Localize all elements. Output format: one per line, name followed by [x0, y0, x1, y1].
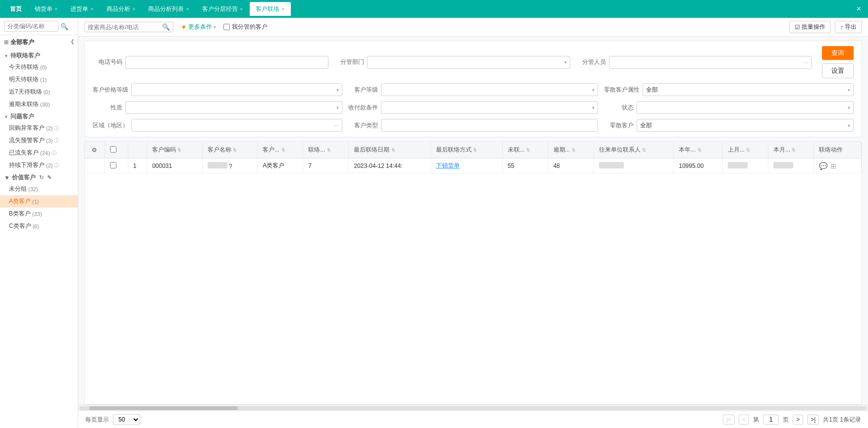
row-last-method-cell[interactable]: 下销货单 — [431, 159, 502, 173]
problem-customers-group[interactable]: ▼ 问题客户 — [0, 110, 78, 122]
lost-info-icon[interactable]: ⓘ — [52, 150, 56, 157]
dept-select[interactable]: ▾ — [367, 56, 570, 69]
select-all-checkbox[interactable] — [110, 146, 116, 153]
sidebar-item-a-class[interactable]: A类客户 (1) — [0, 195, 78, 208]
refresh-icon[interactable]: ↻ — [39, 174, 44, 181]
per-page-select[interactable]: 50 100 200 — [113, 414, 140, 425]
filter-button[interactable]: ▼ 更多条件 ▾ — [177, 21, 219, 33]
tab-customer-segment[interactable]: 客户分层经营 × — [196, 2, 249, 16]
churn-info-icon[interactable]: ⓘ — [54, 137, 59, 144]
tab-sales-label: 销货单 — [35, 5, 53, 13]
my-customer-checkbox[interactable] — [223, 24, 230, 30]
message-icon[interactable]: 💬 — [819, 162, 827, 170]
sidebar-item-ungrouped[interactable]: 未分组 (32) — [0, 183, 78, 195]
tab-purchase[interactable]: 进货单 × — [64, 2, 99, 16]
sidebar-item-week[interactable]: 近7天待联络 (0) — [0, 86, 78, 98]
sidebar-item-lost[interactable]: 已流失客户 (24) ⓘ — [0, 147, 78, 159]
last-method-link[interactable]: 下销货单 — [436, 162, 460, 169]
tab-goods-analysis-list-close[interactable]: × — [186, 6, 189, 12]
nature-select[interactable]: ▾ — [125, 101, 342, 114]
tab-purchase-close[interactable]: × — [90, 6, 93, 12]
col-last-month[interactable]: 上月... ⇅ — [722, 142, 768, 159]
retail-attr-select[interactable]: 全部 ▾ — [643, 83, 854, 96]
next-page-button[interactable]: > — [793, 415, 803, 425]
price-grade-select[interactable]: ▾ — [131, 83, 342, 96]
first-page-button[interactable]: |< — [723, 415, 735, 425]
export-button[interactable]: ↑ 导出 — [835, 21, 862, 33]
my-customer-check[interactable]: 我分管的客户 — [223, 23, 268, 31]
customer-type-label: 客户类型 — [348, 121, 378, 130]
customer-type-input[interactable] — [381, 119, 598, 132]
row-checkbox-cell[interactable] — [105, 159, 128, 173]
sidebar-item-tomorrow[interactable]: 明天待联络 (1) — [0, 73, 78, 86]
scrollbar-thumb[interactable] — [89, 406, 238, 410]
all-customers-header[interactable]: ⊞ 全部客户 《 — [0, 35, 78, 50]
col-category[interactable]: 客户... ⇅ — [258, 142, 303, 159]
toolbar-search-icon[interactable]: 🔍 — [162, 23, 170, 31]
col-this-month[interactable]: 本月... ⇅ — [768, 142, 814, 159]
declining-label: 持续下滑客户 — [9, 161, 45, 169]
ungrouped-count: (32) — [28, 186, 38, 192]
col-contact-action: 联络动作 — [814, 142, 862, 159]
row-last-date-cell: 2023-04-12 14:44: — [349, 159, 431, 173]
settings-button[interactable]: 设置 — [822, 63, 854, 78]
col-overdue[interactable]: 逾期... ⇅ — [548, 142, 594, 159]
payment-select[interactable]: ▾ — [381, 101, 598, 114]
toolbar-search-input[interactable] — [88, 24, 162, 31]
col-last-contact-method[interactable]: 最后联络方式 ⇅ — [431, 142, 502, 159]
tab-goods-analysis-label: 商品分析 — [107, 5, 130, 13]
status-select[interactable]: ▾ — [637, 101, 854, 114]
close-all-button[interactable]: × — [854, 4, 864, 13]
person-dots-icon[interactable]: ··· — [804, 59, 809, 66]
col-name[interactable]: 客户名称 ⇅ — [202, 142, 258, 159]
edit-icon[interactable]: ✎ — [47, 174, 52, 181]
tab-goods-analysis[interactable]: 商品分析 × — [101, 2, 141, 16]
repurchase-info-icon[interactable]: ⓘ — [54, 125, 59, 132]
row-checkbox[interactable] — [110, 162, 116, 168]
sidebar-search-input[interactable] — [4, 21, 58, 32]
tab-sales[interactable]: 销货单 × — [29, 2, 63, 16]
prev-page-button[interactable]: < — [739, 415, 749, 425]
declining-info-icon[interactable]: ⓘ — [54, 162, 59, 169]
tab-goods-analysis-close[interactable]: × — [132, 6, 135, 12]
sidebar-item-churn[interactable]: 流失预警客户 (3) ⓘ — [0, 134, 78, 147]
sidebar-search-icon[interactable]: 🔍 — [60, 23, 68, 30]
sidebar-item-overdue[interactable]: 逾期未联络 (30) — [0, 98, 78, 110]
sidebar-item-c-class[interactable]: C类客户 (6) — [0, 220, 78, 232]
value-customers-group[interactable]: ▼ 价值客户 ↻ ✎ — [0, 171, 78, 183]
tab-goods-analysis-list[interactable]: 商品分析列表 × — [142, 2, 195, 16]
tab-customer-contact-close[interactable]: × — [281, 6, 284, 12]
tab-customer-contact[interactable]: 客户联络 × — [250, 2, 290, 16]
col-settings[interactable]: ⚙ — [85, 142, 105, 159]
col-last-contact-date[interactable]: 最后联络日期 ⇅ — [349, 142, 431, 159]
tab-home[interactable]: 首页 — [4, 2, 28, 16]
triangle3-icon: ▼ — [4, 174, 10, 181]
tab-sales-close[interactable]: × — [54, 6, 57, 12]
person-input[interactable]: ··· — [609, 56, 812, 69]
region-input[interactable]: ··· — [131, 119, 342, 132]
phone-input[interactable] — [125, 56, 328, 69]
sidebar-item-today[interactable]: 今天待联络 (0) — [0, 61, 78, 73]
retail-select[interactable]: 全部 ▾ — [637, 119, 854, 132]
sidebar-item-declining[interactable]: 持续下滑客户 (2) ⓘ — [0, 159, 78, 171]
query-button[interactable]: 查询 — [822, 46, 854, 60]
tab-customer-segment-close[interactable]: × — [240, 6, 243, 12]
col-code[interactable]: 客户编码 ⇅ — [147, 142, 203, 159]
col-checkbox[interactable] — [105, 142, 128, 159]
batch-button[interactable]: ☑ 批量操作 — [789, 21, 831, 33]
customer-grade-select[interactable]: ▾ — [381, 83, 598, 96]
page-input[interactable] — [763, 415, 779, 425]
col-no-contact[interactable]: 未联... ⇅ — [502, 142, 548, 159]
last-page-button[interactable]: >| — [807, 415, 819, 425]
sidebar-item-b-class[interactable]: B类客户 (33) — [0, 208, 78, 220]
region-dots-icon[interactable]: ··· — [334, 122, 339, 129]
sidebar-item-repurchase[interactable]: 回购异常客户 (2) ⓘ — [0, 122, 78, 134]
sort-contact-icon: ⇅ — [327, 148, 331, 153]
horizontal-scrollbar[interactable] — [78, 405, 868, 411]
sidebar-collapse-icon[interactable]: 《 — [68, 38, 74, 47]
pending-contact-group[interactable]: ▼ 待联络客户 — [0, 50, 78, 61]
col-this-year[interactable]: 本年... ⇅ — [674, 142, 723, 159]
col-contact[interactable]: 联络... ⇅ — [303, 142, 349, 159]
col-company-contact[interactable]: 往来单位联系人 ⇅ — [594, 142, 674, 159]
link-icon[interactable]: ⊞ — [830, 162, 836, 170]
